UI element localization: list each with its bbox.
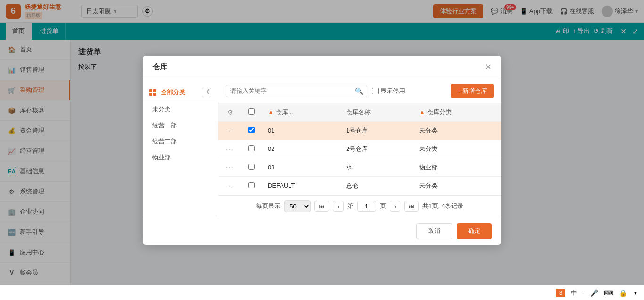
confirm-button[interactable]: 确定 bbox=[457, 223, 492, 239]
warehouse-table-body: ··· 01 1号仓库 未分类 ··· 02 2号仓库 未分类 ··· bbox=[218, 121, 501, 195]
row-code-cell: 03 bbox=[261, 158, 339, 176]
last-page-button[interactable]: ⏭ bbox=[404, 201, 419, 212]
page-unit: 页 bbox=[380, 202, 386, 210]
row-name-cell: 2号仓库 bbox=[339, 140, 413, 158]
row-checkbox[interactable] bbox=[248, 145, 255, 151]
select-all-checkbox[interactable] bbox=[248, 108, 255, 115]
lang-switch-icon[interactable]: 中 bbox=[571, 289, 577, 297]
dialog-table: ⚙ ▲仓库... 仓库名称 bbox=[218, 103, 501, 195]
per-page-select[interactable]: 10 20 50 100 bbox=[284, 200, 311, 212]
row-settings-cell: ··· bbox=[218, 176, 242, 195]
row-checkbox[interactable] bbox=[248, 127, 255, 133]
row-category-cell: 物业部 bbox=[413, 158, 501, 176]
table-row[interactable]: ··· DEFAULT 总仓 未分类 bbox=[218, 176, 501, 195]
more-icon[interactable]: ▼ bbox=[633, 290, 638, 296]
row-actions-icon[interactable]: ··· bbox=[226, 127, 234, 134]
col-settings-header: ⚙ bbox=[218, 103, 242, 122]
show-disabled-option[interactable]: 显示停用 bbox=[372, 87, 405, 95]
row-settings-cell: ··· bbox=[218, 140, 242, 158]
row-category-cell: 未分类 bbox=[413, 176, 501, 195]
dialog-header: 仓库 ✕ bbox=[143, 56, 501, 79]
row-name-cell: 总仓 bbox=[339, 176, 413, 195]
category-item-ops2[interactable]: 经营二部 bbox=[143, 133, 218, 150]
table-header-row: ⚙ ▲仓库... 仓库名称 bbox=[218, 103, 501, 122]
row-checkbox[interactable] bbox=[248, 182, 255, 188]
col-check-header bbox=[242, 103, 261, 122]
dialog-table-area: 🔍 显示停用 + 新增仓库 bbox=[218, 79, 501, 217]
col-name-header: 仓库名称 bbox=[339, 103, 413, 122]
dialog-pagination: 每页显示 10 20 50 100 ⏮ ‹ 第 页 bbox=[218, 195, 501, 217]
warehouse-dialog: 仓库 ✕ 全部分类 《 bbox=[143, 56, 501, 245]
sogou-logo: S bbox=[556, 289, 565, 297]
row-actions-icon[interactable]: ··· bbox=[226, 145, 234, 152]
collapse-button[interactable]: 《 bbox=[202, 88, 211, 97]
row-actions-icon[interactable]: ··· bbox=[226, 164, 234, 171]
row-name-cell: 水 bbox=[339, 158, 413, 176]
sort-category-icon[interactable]: ▲ bbox=[419, 108, 425, 116]
row-category-cell: 未分类 bbox=[413, 140, 501, 158]
per-page-label: 每页显示 bbox=[256, 202, 281, 210]
search-box: 🔍 bbox=[226, 85, 367, 97]
row-code-cell: DEFAULT bbox=[261, 176, 339, 195]
bottom-bar: S 中 · 🎤 ⌨ 🔒 ▼ bbox=[0, 285, 644, 300]
add-warehouse-button[interactable]: + 新增仓库 bbox=[451, 84, 494, 98]
row-code-cell: 01 bbox=[261, 121, 339, 140]
show-disabled-checkbox[interactable] bbox=[372, 88, 379, 94]
row-check-cell bbox=[242, 176, 261, 195]
table-row[interactable]: ··· 01 1号仓库 未分类 bbox=[218, 121, 501, 140]
dialog-body: 全部分类 《 未分类 经营一部 经营二部 物业部 🔍 bbox=[143, 79, 501, 217]
dialog-toolbar: 🔍 显示停用 + 新增仓库 bbox=[218, 79, 501, 103]
search-input[interactable] bbox=[230, 87, 355, 94]
warehouse-table: ⚙ ▲仓库... 仓库名称 bbox=[218, 103, 501, 195]
all-categories-label: 全部分类 bbox=[161, 88, 185, 97]
col-code-header: ▲仓库... bbox=[261, 103, 339, 122]
page-label: 第 bbox=[347, 202, 354, 210]
col-category-header: ▲仓库分类 bbox=[413, 103, 501, 122]
row-check-cell bbox=[242, 158, 261, 176]
row-check-cell bbox=[242, 121, 261, 140]
keyboard-icon[interactable]: ⌨ bbox=[604, 289, 613, 297]
settings-col-icon[interactable]: ⚙ bbox=[227, 108, 233, 116]
category-item-unclassified[interactable]: 未分类 bbox=[143, 101, 218, 117]
dot-icon: · bbox=[583, 289, 585, 296]
layout: 🏠 首页 📊 销售管理 🛒 采购管理 📦 库存核算 💰 资金管理 📈 经营管理 … bbox=[0, 40, 644, 300]
row-check-cell bbox=[242, 140, 261, 158]
row-actions-icon[interactable]: ··· bbox=[226, 182, 234, 189]
row-name-cell: 1号仓库 bbox=[339, 121, 413, 140]
row-category-cell: 未分类 bbox=[413, 121, 501, 140]
dialog-title: 仓库 bbox=[152, 62, 167, 72]
prev-page-button[interactable]: ‹ bbox=[333, 201, 343, 212]
row-settings-cell: ··· bbox=[218, 121, 242, 140]
dialog-overlay: 仓库 ✕ 全部分类 《 bbox=[71, 40, 644, 300]
grid-icon bbox=[149, 89, 156, 96]
all-categories-header[interactable]: 全部分类 《 bbox=[143, 84, 218, 101]
show-disabled-label: 显示停用 bbox=[380, 87, 405, 95]
search-icon[interactable]: 🔍 bbox=[355, 87, 363, 95]
table-row[interactable]: ··· 03 水 物业部 bbox=[218, 158, 501, 176]
row-settings-cell: ··· bbox=[218, 158, 242, 176]
sort-code-icon[interactable]: ▲ bbox=[268, 108, 274, 116]
page-number-input[interactable] bbox=[357, 201, 376, 212]
mic-icon[interactable]: 🎤 bbox=[590, 289, 598, 297]
row-code-cell: 02 bbox=[261, 140, 339, 158]
first-page-button[interactable]: ⏮ bbox=[314, 201, 329, 212]
main-content: 进货单 按以下 仓库 ✕ bbox=[71, 40, 644, 300]
dialog-close-button[interactable]: ✕ bbox=[485, 63, 492, 71]
row-checkbox[interactable] bbox=[248, 164, 255, 170]
dialog-category-sidebar: 全部分类 《 未分类 经营一部 经营二部 物业部 bbox=[143, 79, 218, 217]
table-row[interactable]: ··· 02 2号仓库 未分类 bbox=[218, 140, 501, 158]
lock-icon[interactable]: 🔒 bbox=[619, 289, 627, 297]
cancel-button[interactable]: 取消 bbox=[416, 223, 452, 239]
next-page-button[interactable]: › bbox=[390, 201, 400, 212]
category-item-property[interactable]: 物业部 bbox=[143, 150, 218, 166]
dialog-actions: 取消 确定 bbox=[143, 217, 501, 245]
total-info: 共1页, 4条记录 bbox=[422, 202, 463, 210]
category-item-ops1[interactable]: 经营一部 bbox=[143, 117, 218, 133]
